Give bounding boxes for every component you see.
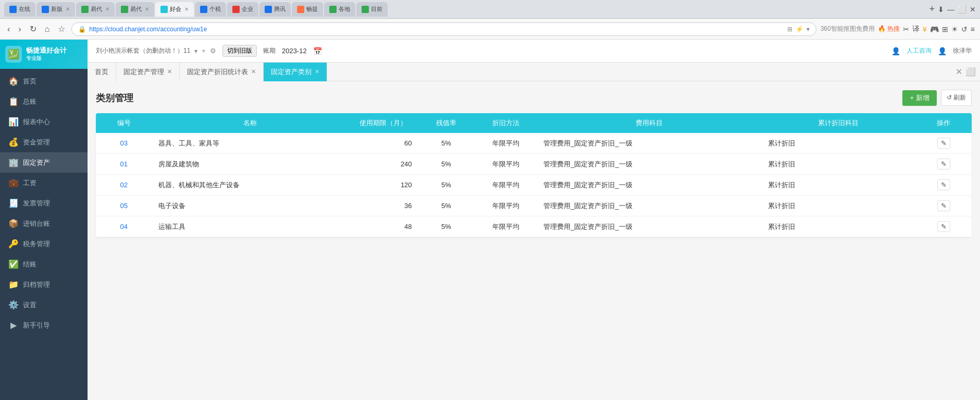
browser-tab-tencent[interactable]: 腾讯 [259,2,291,17]
edit-button[interactable]: ✎ [937,179,950,190]
lightning-icon: ⚡ [796,26,803,33]
code-link[interactable]: 04 [120,223,128,231]
tab-close-icon[interactable]: ✕ [145,6,149,12]
cell-expense: 管理费用_固定资产折旧_一级 [537,133,761,154]
settings-icon: ⚙️ [8,300,19,310]
edit-button[interactable]: ✎ [937,159,950,169]
tab-close-icon[interactable]: ✕ [105,6,109,12]
forward-button[interactable]: › [16,23,23,35]
cell-method: 年限平均 [474,154,537,175]
switch-old-version-button[interactable]: 切到旧版 [222,45,257,57]
home-button[interactable]: ⌂ [43,23,52,35]
sidebar-item-tax[interactable]: 🔑 税务管理 [0,234,88,254]
browser-tab-label: 腾讯 [274,5,286,13]
browser-tab-muqian[interactable]: 目前 [356,2,388,17]
edit-button[interactable]: ✎ [937,138,950,149]
sidebar-item-settle[interactable]: ✅ 结账 [0,254,88,274]
sidebar-item-invoice[interactable]: 🧾 发票管理 [0,193,88,213]
cell-period: 48 [348,216,418,237]
dropdown-icon[interactable]: ▾ [194,47,197,55]
table-row: 02 机器、机械和其他生产设备 120 5% 年限平均 管理费用_固定资产折旧_… [96,175,972,196]
browser-tab-online[interactable]: 在线 [4,2,35,17]
minimize-button[interactable]: — [947,5,954,14]
sidebar-item-settings[interactable]: ⚙️ 设置 [0,295,88,315]
sidebar-item-salary[interactable]: 💼 工资 [0,173,88,193]
edit-button[interactable]: ✎ [937,200,950,211]
cell-name: 电子设备 [152,196,349,216]
sidebar-item-stock[interactable]: 📦 进销台账 [0,213,88,234]
table-row: 04 运输工具 48 5% 年限平均 管理费用_固定资产折旧_一级 累计折旧 ✎ [96,216,972,237]
page-tab-home[interactable]: 首页 [88,63,116,81]
bookmark-button[interactable]: ☆ [56,23,67,35]
sidebar-item-funds[interactable]: 💰 资金管理 [0,132,88,152]
account-add-button[interactable]: + [202,47,206,55]
address-text: https://cloud.chanjet.com/accounting/uw1… [89,26,784,33]
sidebar-item-guide[interactable]: ▶ 新手引导 [0,315,88,335]
code-link[interactable]: 03 [120,139,128,147]
browser-tab-yidai1[interactable]: 易代 ✕ [76,2,115,17]
cell-period: 36 [348,196,418,216]
tab-close-icon[interactable]: ✕ [184,6,189,12]
page-tab-fixed-mgmt[interactable]: 固定资产管理 ✕ [116,63,180,81]
sidebar-item-archive[interactable]: 📁 归档管理 [0,274,88,295]
back-button[interactable]: ‹ [5,23,12,35]
browser-tab-label: 易代 [130,5,142,13]
period-value: 2023-12 [282,47,307,55]
table-row: 01 房屋及建筑物 240 5% 年限平均 管理费用_固定资产折旧_一级 累计折… [96,154,972,175]
logo-icon: 💹 [5,46,22,63]
browser-tab-haohui[interactable]: 好会 ✕ [155,2,194,17]
sidebar-item-fixed[interactable]: 🏢 固定资产 [0,152,88,173]
page-header: 类别管理 + 新增 ↺ 刷新 [96,90,972,106]
edit-button[interactable]: ✎ [937,221,950,232]
browser-tab-gedi[interactable]: 各地 [324,2,355,17]
browser-tab-enterprise[interactable]: 企业 [227,2,258,17]
tab-close-fixed-mgmt-icon[interactable]: ✕ [167,68,172,75]
tab-close-icon[interactable]: ✕ [66,6,70,12]
refresh-button[interactable]: ↺ 刷新 [941,90,972,106]
address-bar[interactable]: 🔒 https://cloud.chanjet.com/accounting/u… [71,22,816,36]
cell-accum: 累计折旧 [762,216,916,237]
new-button[interactable]: + 新增 [902,90,936,106]
browser-tab-new[interactable]: 新版 ✕ [36,2,75,17]
dropdown-icon[interactable]: ▾ [807,26,810,33]
new-tab-button[interactable]: + [929,4,935,15]
code-link[interactable]: 02 [120,181,128,189]
account-name: 刘小艳演示帐套（勿删勿动！）11 [96,46,190,55]
cell-residual: 5% [418,175,475,196]
page-tab-category[interactable]: 固定资产类别 ✕ [264,63,327,81]
top-bar: 刘小艳演示帐套（勿删勿动！）11 ▾ + ⚙ 切到旧版 账期 2023-12 📅… [88,40,980,63]
tab-icon-haohui [160,6,168,13]
cell-name: 运输工具 [152,216,349,237]
logo-title: 畅捷通好会计 [26,46,67,55]
col-header-code: 编号 [96,113,152,133]
sidebar-item-ledger[interactable]: 📋 总账 [0,91,88,112]
table-row: 03 器具、工具、家具等 60 5% 年限平均 管理费用_固定资产折旧_一级 累… [96,133,972,154]
tab-icon-yidai2 [121,6,128,13]
tab-icon-new [42,6,49,13]
calendar-icon[interactable]: 📅 [313,47,322,55]
reload-button[interactable]: ↻ [28,23,39,35]
browser-tab-label: 畅提 [306,5,318,13]
maximize-tab-button[interactable]: ⬜ [965,67,976,77]
menu-icon[interactable]: ≡ [971,25,975,33]
browser-tab-changjie[interactable]: 畅提 [292,2,323,17]
sidebar-item-reports[interactable]: 📊 报表中心 [0,112,88,132]
main-content: 刘小艳演示帐套（勿删勿动！）11 ▾ + ⚙ 切到旧版 账期 2023-12 📅… [88,40,980,400]
tab-menu-button[interactable]: ⬇ [938,5,944,14]
code-link[interactable]: 05 [120,202,128,210]
guide-icon: ▶ [8,320,19,330]
account-settings-button[interactable]: ⚙ [210,47,216,55]
browser-tab-tax[interactable]: 个税 [195,2,226,17]
page-tab-depreciation[interactable]: 固定资产折旧统计表 ✕ [180,63,264,81]
toolbar-right: 360智能抠图免费用 🔥 热搜 ✂ 译 ¥ 🎮 ⊞ ☀ ↺ ≡ [821,25,975,34]
close-tab-button[interactable]: ✕ [956,67,962,77]
code-link[interactable]: 01 [120,160,128,168]
restore-button[interactable]: ⬜ [958,5,966,14]
stock-icon: 📦 [8,219,19,228]
service-label[interactable]: 人工咨询 [907,46,932,55]
tab-close-category-icon[interactable]: ✕ [315,68,319,75]
tab-close-depreciation-icon[interactable]: ✕ [251,68,256,75]
sidebar-item-home[interactable]: 🏠 首页 [0,71,88,91]
close-button[interactable]: ✕ [970,5,976,14]
browser-tab-yidai2[interactable]: 易代 ✕ [116,2,154,17]
